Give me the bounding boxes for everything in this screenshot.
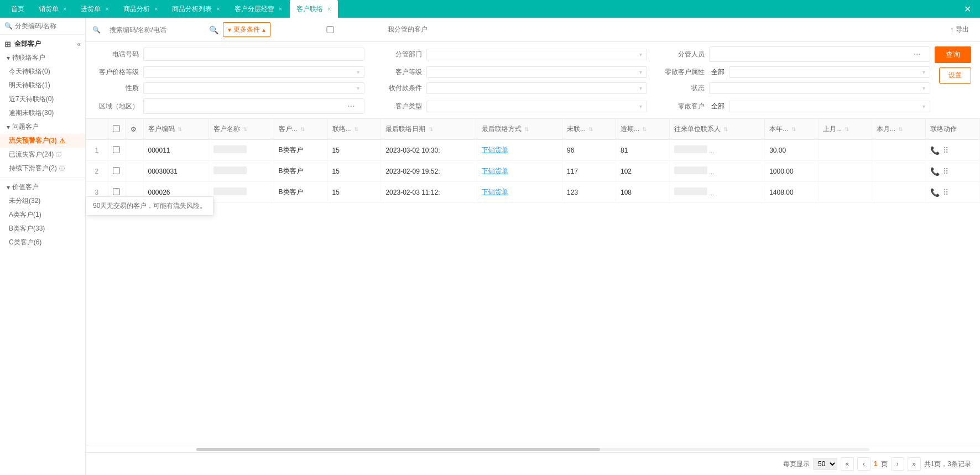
window-close-button[interactable]: ✕ <box>960 4 976 14</box>
close-purchase-icon[interactable]: × <box>105 6 108 12</box>
department-select[interactable]: ▾ <box>426 49 648 60</box>
th-settings[interactable]: ⚙ <box>126 119 143 140</box>
more-btn-region[interactable]: ··· <box>343 101 359 111</box>
cell-settings <box>126 161 143 182</box>
contact-way-link[interactable]: 下销货单 <box>482 188 508 196</box>
nav-purchase[interactable]: 进货单 × <box>74 0 115 18</box>
th-name[interactable]: 客户名称 ⇅ <box>208 119 274 140</box>
close-analysis-list-icon[interactable]: × <box>216 6 220 12</box>
customer-type-select[interactable]: ▾ <box>426 101 648 112</box>
sidebar-item-c-class[interactable]: C类客户(6) <box>0 236 85 249</box>
select-all-checkbox[interactable] <box>113 125 120 132</box>
close-customer-tier-icon[interactable]: × <box>279 6 282 12</box>
th-code[interactable]: 客户编码 ⇅ <box>143 119 208 140</box>
prev-page-button[interactable]: ‹ <box>857 457 870 471</box>
first-page-button[interactable]: « <box>841 457 854 471</box>
region-select[interactable]: ··· <box>143 98 364 114</box>
sidebar-item-b-class[interactable]: B类客户(33) <box>0 222 85 236</box>
th-last-way[interactable]: 最后联络方式 ⇅ <box>477 119 562 140</box>
phone-action-icon[interactable]: 📞 <box>930 146 940 155</box>
export-button[interactable]: ↑ 导出 <box>946 23 973 36</box>
cell-check[interactable] <box>108 161 126 182</box>
sidebar-item-declining[interactable]: 持续下滑客户(2) ⓘ <box>0 161 85 175</box>
status-select[interactable]: ▾ <box>709 82 930 94</box>
row-checkbox-2[interactable] <box>113 188 120 195</box>
sidebar-item-tomorrow[interactable]: 明天待联络(1) <box>0 79 85 92</box>
contact-way-link[interactable]: 下销货单 <box>482 167 508 175</box>
row-checkbox-0[interactable] <box>113 146 120 153</box>
cell-code: 00030031 <box>143 161 208 182</box>
th-action: 联络动作 <box>925 119 979 140</box>
cell-way[interactable]: 下销货单 <box>477 182 562 203</box>
scroll-thumb[interactable] <box>196 448 600 451</box>
th-overdue[interactable]: 逾期... ⇅ <box>616 119 669 140</box>
th-no-contact[interactable]: 未联... ⇅ <box>562 119 616 140</box>
more-action-icon[interactable]: ⠿ <box>943 146 948 155</box>
th-contact[interactable]: 联络... ⇅ <box>327 119 381 140</box>
sidebar-item-ungroup[interactable]: 未分组(32) <box>0 194 85 208</box>
sidebar-group-value[interactable]: ▾ 价值客户 <box>0 180 85 194</box>
contact-way-link[interactable]: 下销货单 <box>482 146 508 154</box>
more-conditions-button[interactable]: ▾ 更多条件 ▴ <box>223 22 270 37</box>
customer-level-select[interactable]: ▾ <box>426 66 648 78</box>
price-level-select[interactable]: ▾ <box>143 66 364 78</box>
warning-icon: ⚠ <box>59 137 65 145</box>
sidebar-root-header[interactable]: ⊞ 全部客户 « <box>0 35 85 51</box>
nav-analysis[interactable]: 商品分析 × <box>117 0 164 18</box>
phone-action-icon[interactable]: 📞 <box>930 167 940 176</box>
sidebar-collapse-button[interactable]: « <box>77 40 81 48</box>
phone-action-icon[interactable]: 📞 <box>930 188 940 197</box>
sidebar-group-pending[interactable]: ▾ 待联络客户 <box>0 51 85 65</box>
cell-check[interactable] <box>108 140 126 161</box>
scroll-area[interactable] <box>86 446 980 452</box>
sidebar-item-today[interactable]: 今天待联络(0) <box>0 65 85 79</box>
retail-customer-select[interactable]: ▾ <box>729 101 930 112</box>
close-sales-icon[interactable]: × <box>63 6 66 12</box>
scroll-track[interactable] <box>196 448 869 451</box>
nav-sales[interactable]: 销货单 × <box>32 0 73 18</box>
next-page-button[interactable]: › <box>891 457 904 471</box>
chevron-down-icon-5: ▾ <box>357 85 359 91</box>
sidebar-search-input[interactable] <box>15 22 86 30</box>
cell-way[interactable]: 下销货单 <box>477 140 562 161</box>
nav-customer-tier[interactable]: 客户分层经营 × <box>228 0 289 18</box>
main-search-input[interactable] <box>105 24 205 36</box>
person-select[interactable]: ··· <box>709 46 930 62</box>
my-customers-checkbox[interactable] <box>275 26 385 33</box>
th-last-date[interactable]: 最后联络日期 ⇅ <box>381 119 477 140</box>
nav-home[interactable]: 首页 <box>4 0 31 18</box>
row-checkbox-1[interactable] <box>113 167 120 174</box>
more-action-icon[interactable]: ⠿ <box>943 188 948 197</box>
th-type[interactable]: 客户... ⇅ <box>274 119 327 140</box>
cell-way[interactable]: 下销货单 <box>477 161 562 182</box>
nav-customer-contact[interactable]: 客户联络 × <box>290 0 337 18</box>
th-last-month[interactable]: 上月... ⇅ <box>819 119 872 140</box>
sidebar-search-icon: 🔍 <box>4 22 13 30</box>
cell-overdue: 81 <box>616 140 669 161</box>
close-analysis-icon[interactable]: × <box>154 6 158 12</box>
sidebar-item-churned[interactable]: 已流失客户(24) ⓘ <box>0 148 85 161</box>
sidebar-item-7days[interactable]: 近7天待联络(0) <box>0 92 85 106</box>
sidebar-item-a-class[interactable]: A类客户(1) <box>0 208 85 222</box>
search-submit-icon[interactable]: 🔍 <box>209 25 218 34</box>
phone-input[interactable] <box>143 48 364 61</box>
query-button[interactable]: 查询 <box>935 46 971 63</box>
page-size-select[interactable]: 50 <box>813 458 837 470</box>
sidebar-group-problem[interactable]: ▾ 问题客户 <box>0 120 85 134</box>
th-this-month[interactable]: 本月... ⇅ <box>872 119 926 140</box>
th-unit-contact[interactable]: 往来单位联系人 ⇅ <box>669 119 764 140</box>
last-page-button[interactable]: » <box>908 457 921 471</box>
nav-analysis-list[interactable]: 商品分析列表 × <box>165 0 226 18</box>
sidebar-item-churn-warning[interactable]: 流失预警客户(3) ⚠ <box>0 134 85 148</box>
sidebar-item-overdue[interactable]: 逾期未联络(30) <box>0 106 85 120</box>
more-action-icon[interactable]: ⠿ <box>943 167 948 176</box>
retail-attr-select[interactable]: ▾ <box>729 66 930 78</box>
sort-icon-no-contact: ⇅ <box>588 126 593 132</box>
th-this-year[interactable]: 本年... ⇅ <box>765 119 819 140</box>
payment-select[interactable]: ▾ <box>426 82 648 94</box>
setting-button[interactable]: 设置 <box>939 67 971 83</box>
more-btn-person[interactable]: ··· <box>909 49 925 59</box>
close-customer-contact-icon[interactable]: × <box>327 6 331 12</box>
my-customers-checkbox-label[interactable]: 我分管的客户 <box>275 25 428 34</box>
nature-select[interactable]: ▾ <box>143 82 364 94</box>
